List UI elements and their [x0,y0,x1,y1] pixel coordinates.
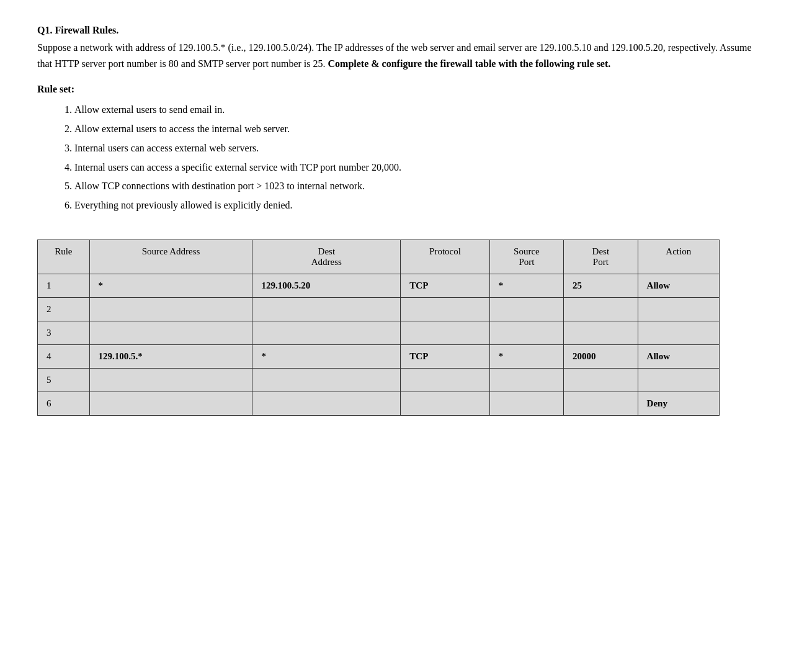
table-row: 5 [38,368,720,392]
cell-dest-address [252,321,401,344]
cell-action: Allow [638,274,719,297]
cell-source-port: * [489,274,563,297]
cell-dest-address: * [252,344,401,368]
firewall-table: Rule Source Address DestAddress Protocol… [37,240,720,416]
rule-set-title: Rule set: [37,84,757,95]
question-bold-suffix: Complete & configure the firewall table … [326,58,611,69]
table-row: 2 [38,297,720,321]
cell-protocol [401,321,489,344]
cell-action [638,297,719,321]
cell-source-port [489,321,563,344]
header-source-address: Source Address [89,240,252,274]
cell-source-address [89,392,252,415]
table-row: 3 [38,321,720,344]
cell-dest-address [252,392,401,415]
table-row: 1 * 129.100.5.20 TCP * 25 Allow [38,274,720,297]
header-dest-address: DestAddress [252,240,401,274]
list-item: Everything not previously allowed is exp… [74,197,757,215]
cell-action: Allow [638,344,719,368]
cell-dest-address [252,368,401,392]
header-source-port: SourcePort [489,240,563,274]
cell-source-address [89,297,252,321]
cell-source-address: 129.100.5.* [89,344,252,368]
question-title: Q1. Firewall Rules. [37,25,757,36]
cell-dest-port [564,392,638,415]
header-rule: Rule [38,240,90,274]
header-protocol: Protocol [401,240,489,274]
cell-source-address [89,321,252,344]
list-item: Internal users can access external web s… [74,140,757,158]
cell-source-port [489,392,563,415]
cell-dest-address [252,297,401,321]
cell-protocol: TCP [401,344,489,368]
cell-source-port: * [489,344,563,368]
cell-dest-port: 25 [564,274,638,297]
table-row: 4 129.100.5.* * TCP * 20000 Allow [38,344,720,368]
table-row: 6 Deny [38,392,720,415]
cell-protocol [401,368,489,392]
cell-dest-port [564,297,638,321]
cell-dest-port [564,321,638,344]
cell-source-address [89,368,252,392]
list-item: Allow external users to access the inter… [74,120,757,138]
cell-source-port [489,297,563,321]
question-block: Q1. Firewall Rules. Suppose a network wi… [37,25,757,215]
cell-rule: 2 [38,297,90,321]
rule-set-list: Allow external users to send email in. A… [74,101,757,215]
cell-action: Deny [638,392,719,415]
cell-protocol [401,392,489,415]
list-item: Internal users can access a specific ext… [74,159,757,177]
cell-dest-port [564,368,638,392]
cell-protocol: TCP [401,274,489,297]
cell-source-port [489,368,563,392]
table-header-row: Rule Source Address DestAddress Protocol… [38,240,720,274]
list-item: Allow external users to send email in. [74,101,757,119]
list-item: Allow TCP connections with destination p… [74,177,757,195]
cell-rule: 1 [38,274,90,297]
header-dest-port: DestPort [564,240,638,274]
firewall-table-section: Rule Source Address DestAddress Protocol… [37,240,757,416]
header-action: Action [638,240,719,274]
cell-rule: 4 [38,344,90,368]
cell-rule: 5 [38,368,90,392]
cell-rule: 6 [38,392,90,415]
question-body: Suppose a network with address of 129.10… [37,40,757,71]
cell-dest-address: 129.100.5.20 [252,274,401,297]
cell-source-address: * [89,274,252,297]
cell-protocol [401,297,489,321]
cell-dest-port: 20000 [564,344,638,368]
cell-action [638,368,719,392]
cell-action [638,321,719,344]
cell-rule: 3 [38,321,90,344]
